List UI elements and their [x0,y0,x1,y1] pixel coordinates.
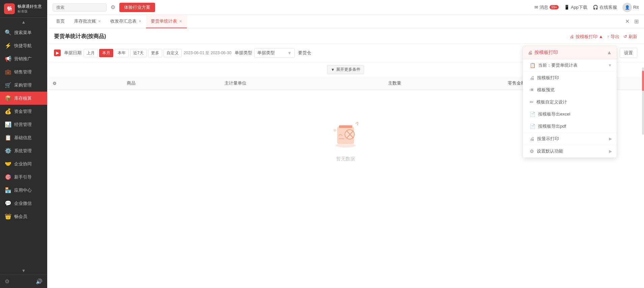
dropdown-template-preview[interactable]: 👁 模板预览 [523,84,617,96]
filter-expand-icon[interactable]: ▶ [54,50,61,56]
sidebar-item-enterprise[interactable]: 🤝 企业协同 [0,157,47,170]
order-type-select[interactable]: 单据类型 ▼ [254,48,295,58]
tab-receivable-summary-label: 收发存汇总表 [110,18,137,24]
export-icon: ↑ [607,34,610,39]
display-print-chevron-icon: ▶ [609,136,612,141]
expand-chevron-down-icon: ▼ [331,67,335,72]
dropdown-template-custom[interactable]: ✏ 模板自定义设计 [523,96,617,108]
message-action[interactable]: ✉ 消息 99+ [534,4,559,10]
top-search-input[interactable] [53,3,107,11]
sidebar-item-member[interactable]: 👑 畅会员 [0,210,47,223]
message-badge: 99+ [550,5,559,9]
tab-receivable-summary-close[interactable]: × [139,19,141,24]
sidebar-item-shortcut[interactable]: ⚡ 快捷导航 [0,39,47,52]
tab-home[interactable]: 首页 [51,15,69,28]
shortcut-icon: ⚡ [5,42,11,49]
right-scrollbar-thumb[interactable] [642,71,644,91]
logo-icon: 畅 [4,3,15,14]
sidebar-item-enterprise-label: 企业协同 [14,161,32,167]
sidebar-item-system[interactable]: ⚙️ 系统管理 [0,144,47,157]
export-label: 导出 [611,34,619,40]
date-btn-more[interactable]: 更多 [148,49,162,57]
date-btn-last-month[interactable]: 上月 [84,49,98,57]
member-icon: 👑 [5,213,11,220]
table-col-settings[interactable]: ⚙ [47,77,121,90]
tab-batch-account[interactable]: 库存批次账 × [69,15,106,28]
date-btn-custom[interactable]: 自定义 [164,49,182,57]
dropdown-template-print[interactable]: 🖨 按模板打印 [523,72,617,84]
trial-button[interactable]: 体验行业方案 [119,3,155,12]
sidebar-item-wechat[interactable]: 💬 企业微信 [0,197,47,210]
user-action[interactable]: 👤 Rit [622,3,639,12]
date-btn-7days[interactable]: 近7天 [130,49,147,57]
dropdown-template-custom-label: 模板自定义设计 [536,99,567,105]
export-button[interactable]: ↑ 导出 [607,34,620,40]
sidebar-scroll-down[interactable]: ▼ [0,266,47,275]
tab-order-stats[interactable]: 要货单统计表 × [146,15,186,28]
wechat-icon: 💬 [5,200,11,206]
table-settings-icon[interactable]: ⚙ [53,81,57,86]
settings-bottom-icon[interactable]: ⚙ [5,278,9,285]
date-btn-this-month[interactable]: 本月 [99,49,113,57]
sidebar-item-finance[interactable]: 💰 资金管理 [0,105,47,118]
tab-receivable-summary[interactable]: 收发存汇总表 × [106,15,146,28]
sidebar-scroll-up[interactable]: ▲ [0,18,47,26]
sidebar-item-system-label: 系统管理 [14,148,32,154]
sidebar-item-guide[interactable]: 🎯 新手引导 [0,170,47,184]
set-default-chevron-icon: ▶ [609,149,612,154]
date-btn-this-year[interactable]: 本年 [115,49,129,57]
table-col-quantity: 主数量 [383,77,502,90]
tab-controls: ✕ ⊞ [624,17,640,26]
table-col-goods: 商品 [121,77,219,90]
sales-icon: 💼 [5,69,11,75]
expand-more-button[interactable]: ▼ 展开更多条件 [327,65,364,74]
message-label: 消息 [539,4,548,10]
logo-area[interactable]: 畅 畅康通好生意 标准版 [0,0,47,18]
svg-rect-2 [339,125,352,128]
top-gear-icon[interactable]: ⚙ [111,4,115,10]
page-header-actions: 🖨 按模板打印 ▲ ↑ 导出 ↺ 刷新 [570,34,637,40]
message-icon: ✉ [534,5,538,10]
tab-maximize-button[interactable]: ⊞ [633,17,640,26]
tab-close-all-button[interactable]: ✕ [624,17,631,26]
tab-batch-account-close[interactable]: × [98,19,101,24]
date-filter-buttons: 上月 本月 本年 近7天 更多 自定义 [84,49,182,57]
app-download-action[interactable]: 📱 App下载 [564,4,587,10]
sidebar-item-guide-label: 新手引导 [14,174,32,180]
dropdown-close-icon[interactable]: ▲ [607,50,612,56]
tab-bar: 首页 库存批次账 × 收发存汇总表 × 要货单统计表 × ✕ ⊞ [47,15,644,28]
print-chevron-up-icon: ▲ [599,34,603,39]
tab-order-stats-close[interactable]: × [179,19,182,24]
tab-home-label: 首页 [56,18,65,24]
sidebar-item-basic[interactable]: 📋 基础信息 [0,131,47,144]
online-service-action[interactable]: 🎧 在线客服 [593,4,617,10]
dropdown-display-print[interactable]: 🖨 按显示打印 ▶ [523,133,617,145]
logo-badge: 标准版 [18,9,42,14]
dropdown-current-item[interactable]: 📋 当前：要货单统计表 ▼ [523,59,617,71]
sidebar-item-appstore[interactable]: 🏪 应用中心 [0,184,47,197]
refresh-label: 刷新 [628,34,637,40]
dropdown-set-default[interactable]: ⚙ 设置默认功能 ▶ [523,145,617,157]
sidebar-item-inventory[interactable]: 📦 库存核算 [0,92,47,105]
sidebar-item-search[interactable]: 🔍 搜索菜单 [0,26,47,39]
sidebar-item-sales[interactable]: 💼 销售管理 [0,65,47,78]
dropdown-template-preview-label: 模板预览 [537,87,555,93]
user-name: Rit [633,5,639,10]
page-title: 要货单统计表(按商品) [54,33,106,40]
tab-order-stats-label: 要货单统计表 [151,18,177,24]
sidebar-item-purchase[interactable]: 🛒 采购管理 [0,78,47,92]
sidebar-item-operation[interactable]: 📊 经营管理 [0,118,47,131]
settings-button[interactable]: 设置 [620,48,637,58]
online-service-label: 在线客服 [599,4,617,10]
template-print-icon: 🖨 [530,75,534,81]
sidebar-item-shortcut-label: 快捷导航 [14,43,32,49]
print-template-button[interactable]: 🖨 按模板打印 ▲ [570,34,603,40]
empty-illustration [329,117,362,151]
dropdown-template-export-excel[interactable]: 📄 按模板导出excel [523,108,617,120]
refresh-button[interactable]: ↺ 刷新 [623,34,637,40]
dropdown-template-export-pdf[interactable]: 📄 按模板导出pdf [523,120,617,132]
sidebar-item-member-label: 畅会员 [14,214,27,220]
sidebar-item-marketing[interactable]: 📢 营销推广 [0,52,47,65]
right-scrollbar[interactable] [642,67,644,135]
sound-bottom-icon[interactable]: 🔊 [36,278,42,285]
